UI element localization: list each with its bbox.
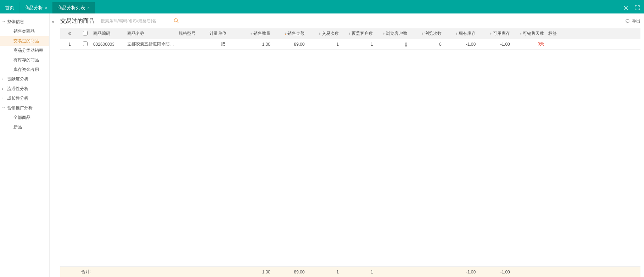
column-sales-amt[interactable]: ▲▼销售金额 (273, 28, 307, 39)
sidebar-item-category-rate[interactable]: 商品分类动销率 (0, 46, 49, 55)
cell-checkbox (79, 39, 91, 50)
sidebar: ﹀ 整体信息 销售类商品 交易过的商品 商品分类动销率 有库存的商品 库存资金占… (0, 13, 50, 277)
fullscreen-button[interactable] (633, 4, 641, 12)
footer-sales-qty: 1.00 (238, 267, 273, 277)
tab-label: 首页 (5, 5, 14, 11)
search-icon[interactable] (174, 18, 179, 24)
row-checkbox[interactable] (83, 41, 88, 46)
sort-icon: ▲▼ (250, 32, 252, 35)
tab-label: 商品分析列表 (57, 5, 85, 11)
close-all-tabs-button[interactable] (622, 4, 630, 12)
sidebar-item-sales-products[interactable]: 销售类商品 (0, 27, 49, 36)
column-tag[interactable]: 标签 (546, 28, 640, 39)
cell-index: 1 (60, 39, 79, 50)
chevron-right-icon: › (2, 96, 3, 100)
footer-stock-now: -1.00 (444, 267, 478, 277)
sort-icon: ▲▼ (455, 32, 458, 35)
cell-browse-cust[interactable]: 0 (375, 39, 409, 50)
close-icon[interactable]: × (87, 6, 89, 10)
gear-icon: ⚙ (68, 31, 72, 36)
sort-icon: ▲▼ (421, 32, 424, 35)
sidebar-item-stock-capital[interactable]: 库存资金占用 (0, 65, 49, 74)
footer-label: 合计: (79, 267, 125, 277)
cell-code: 002600003 (91, 39, 125, 50)
footer-table: 合计: 1.00 89.00 1 1 -1.00 -1.00 (60, 266, 640, 277)
cell-sales-qty: 1.00 (238, 39, 273, 50)
table-header-row: ⚙ 商品编码 商品名称 规格型号 计量单位 ▲▼销售数量 ▲▼销售金额 ▲▼交易… (60, 28, 640, 39)
sidebar-group-overall[interactable]: ﹀ 整体信息 (0, 17, 49, 27)
column-name[interactable]: 商品名称 (125, 28, 177, 39)
sort-icon: ▲▼ (319, 32, 321, 35)
sidebar-item-label: 销售类商品 (13, 29, 35, 34)
sidebar-group-contribution[interactable]: › 贡献度分析 (0, 74, 49, 84)
sidebar-group-label: 流通性分析 (7, 86, 28, 92)
search-input[interactable] (101, 17, 179, 25)
column-sales-qty[interactable]: ▲▼销售数量 (238, 28, 273, 39)
column-cust-cover[interactable]: ▲▼覆盖客户数 (341, 28, 375, 39)
data-table: ⚙ 商品编码 商品名称 规格型号 计量单位 ▲▼销售数量 ▲▼销售金额 ▲▼交易… (60, 28, 640, 50)
sidebar-item-traded-products[interactable]: 交易过的商品 (0, 36, 49, 46)
sidebar-group-marketing[interactable]: ﹀ 营销推广分析 (0, 103, 49, 113)
cell-spec (177, 39, 207, 50)
sidebar-item-label: 商品分类动销率 (13, 48, 43, 53)
cell-tx-count: 1 (307, 39, 341, 50)
cell-browse-cnt: 0 (409, 39, 444, 50)
sidebar-group-label: 成长性分析 (7, 95, 28, 101)
sidebar-item-label: 全部商品 (13, 115, 30, 120)
sidebar-collapse-button[interactable]: « (50, 18, 56, 25)
sidebar-item-label: 有库存的商品 (13, 57, 39, 62)
cell-cust-cover: 1 (341, 39, 375, 50)
tab-home[interactable]: 首页 (0, 2, 19, 13)
sidebar-group-label: 营销推广分析 (7, 105, 33, 111)
export-button[interactable]: 导出 (625, 18, 640, 24)
column-browse-cnt[interactable]: ▲▼浏览次数 (409, 28, 444, 39)
column-code[interactable]: 商品编码 (91, 28, 125, 39)
cell-tag (546, 39, 640, 50)
footer-tx-count: 1 (307, 267, 341, 277)
sidebar-group-circulation[interactable]: › 流通性分析 (0, 84, 49, 94)
sort-icon: ▲▼ (284, 32, 286, 35)
column-unit[interactable]: 计量单位 (207, 28, 238, 39)
footer-stock-avail: -1.00 (478, 267, 512, 277)
tab-label: 商品分析 (24, 5, 43, 11)
content-header: 交易过的商品 导出 (60, 17, 640, 28)
sidebar-item-new-products[interactable]: 新品 (0, 122, 49, 132)
sidebar-group-label: 贡献度分析 (7, 76, 28, 82)
column-spec[interactable]: 规格型号 (177, 28, 207, 39)
sort-icon: ▲▼ (349, 32, 351, 35)
search-wrap (101, 17, 179, 25)
svg-line-1 (177, 21, 179, 23)
sidebar-item-label: 库存资金占用 (13, 67, 39, 72)
page-title: 交易过的商品 (60, 17, 94, 25)
tabbar: 首页 商品分析 × 商品分析列表 × (0, 2, 644, 13)
sidebar-item-label: 新品 (13, 124, 22, 129)
export-label: 导出 (632, 18, 640, 24)
export-icon (625, 19, 630, 23)
footer-row: 合计: 1.00 89.00 1 1 -1.00 -1.00 (60, 267, 640, 277)
table-row[interactable]: 1 002600003 左都胶囊五折遮阳伞防晒伞; 把 1.00 89.00 1… (60, 39, 640, 50)
column-checkbox[interactable] (79, 28, 91, 39)
sort-icon: ▲▼ (383, 32, 385, 35)
sidebar-group-growth[interactable]: › 成长性分析 (0, 94, 49, 103)
chevron-down-icon: ﹀ (2, 20, 6, 24)
tab-product-analysis-list[interactable]: 商品分析列表 × (52, 2, 95, 13)
select-all-checkbox[interactable] (83, 31, 88, 35)
tab-product-analysis[interactable]: 商品分析 × (19, 2, 52, 13)
sidebar-item-stocked-products[interactable]: 有库存的商品 (0, 55, 49, 65)
cell-sales-amt: 89.00 (273, 39, 307, 50)
column-stock-avail[interactable]: ▲▼可用库存 (478, 28, 512, 39)
column-sale-days[interactable]: ▲▼可销售天数 (512, 28, 547, 39)
sort-icon: ▲▼ (490, 32, 492, 35)
cell-unit: 把 (207, 39, 238, 50)
column-tx-count[interactable]: ▲▼交易次数 (307, 28, 341, 39)
close-icon[interactable]: × (45, 6, 47, 10)
sidebar-group-label: 整体信息 (7, 19, 24, 25)
column-settings[interactable]: ⚙ (60, 28, 79, 39)
column-browse-cust[interactable]: ▲▼浏览客户数 (375, 28, 409, 39)
sort-icon: ▲▼ (520, 32, 522, 35)
cell-name: 左都胶囊五折遮阳伞防晒伞; (125, 39, 177, 50)
sidebar-item-all-products[interactable]: 全部商品 (0, 113, 49, 122)
cell-stock-now: -1.00 (444, 39, 478, 50)
column-stock-now[interactable]: ▲▼现有库存 (444, 28, 478, 39)
cell-stock-avail: -1.00 (478, 39, 512, 50)
